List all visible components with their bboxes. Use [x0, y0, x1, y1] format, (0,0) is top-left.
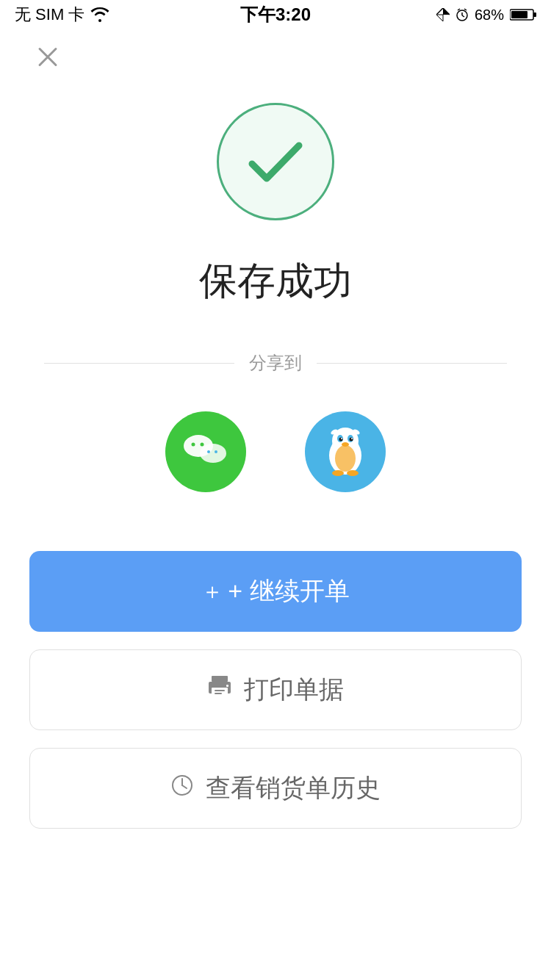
- status-right: 68%: [436, 7, 536, 24]
- clock-icon: [170, 774, 194, 803]
- continue-label: + 继续开单: [228, 574, 349, 608]
- svg-point-26: [332, 470, 344, 476]
- history-label: 查看销货单历史: [206, 771, 381, 805]
- qq-share-button[interactable]: [305, 411, 386, 492]
- wechat-share-button[interactable]: [165, 411, 246, 492]
- svg-point-27: [347, 470, 359, 476]
- alarm-icon: [455, 8, 469, 21]
- divider-line-right: [317, 363, 507, 364]
- success-circle: [217, 103, 334, 220]
- svg-rect-32: [212, 688, 228, 696]
- print-label: 打印单据: [244, 673, 344, 707]
- svg-rect-8: [533, 12, 536, 17]
- svg-point-22: [341, 438, 342, 439]
- svg-point-14: [207, 450, 210, 453]
- printer-icon: [207, 676, 232, 704]
- svg-rect-9: [511, 11, 527, 18]
- svg-point-12: [192, 443, 195, 447]
- share-divider: 分享到: [0, 351, 551, 375]
- location-icon: [436, 8, 450, 21]
- divider-line-left: [44, 363, 234, 364]
- action-area: ＋ + 继续开单 打印单据: [0, 551, 551, 829]
- share-label: 分享到: [234, 351, 317, 375]
- svg-line-1: [436, 8, 443, 15]
- status-bar: 无 SIM 卡 下午3:20 68%: [0, 0, 551, 29]
- success-title: 保存成功: [199, 256, 352, 307]
- battery-icon: [510, 8, 536, 21]
- wifi-icon: [90, 7, 109, 22]
- close-button[interactable]: [29, 38, 66, 75]
- history-button[interactable]: 查看销货单历史: [29, 748, 522, 829]
- svg-rect-33: [215, 690, 225, 691]
- svg-rect-35: [226, 685, 228, 687]
- no-sim-label: 无 SIM 卡: [15, 4, 84, 26]
- checkmark-icon: [246, 138, 305, 186]
- svg-point-20: [339, 437, 342, 441]
- svg-point-15: [215, 450, 217, 453]
- svg-line-6: [464, 9, 467, 10]
- svg-rect-30: [212, 676, 228, 682]
- continue-button[interactable]: ＋ + 继续开单: [29, 551, 522, 632]
- share-row: [165, 411, 386, 492]
- svg-point-23: [351, 438, 353, 439]
- qq-icon: [322, 425, 370, 480]
- main-content: 保存成功 分享到: [0, 29, 551, 829]
- print-button[interactable]: 打印单据: [29, 649, 522, 730]
- svg-line-4: [462, 15, 464, 17]
- svg-point-21: [349, 437, 353, 441]
- wechat-icon: [181, 430, 231, 474]
- svg-point-25: [335, 445, 356, 472]
- svg-line-38: [182, 785, 187, 788]
- plus-icon: ＋: [201, 577, 223, 607]
- svg-rect-34: [215, 693, 222, 694]
- svg-point-13: [201, 443, 204, 447]
- status-left: 无 SIM 卡: [15, 4, 109, 26]
- battery-label: 68%: [475, 7, 504, 24]
- svg-point-11: [200, 444, 226, 463]
- status-time: 下午3:20: [240, 3, 311, 26]
- svg-line-5: [458, 9, 460, 10]
